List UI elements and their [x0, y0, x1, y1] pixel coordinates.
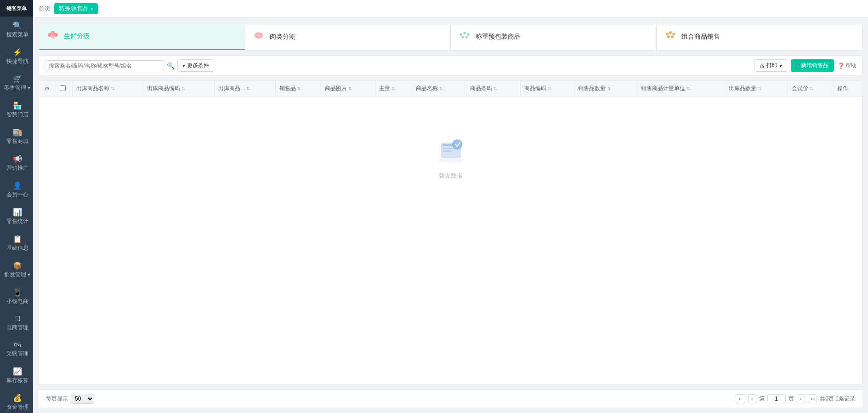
close-tab-icon[interactable]: ×: [91, 6, 93, 11]
empty-text: 暂无数据: [439, 172, 463, 180]
sidebar-icon-purchase-mgmt: 🛍: [3, 341, 31, 349]
tab-card-label-combo-sell: 组合商品销售: [681, 33, 720, 41]
weight-pack-icon: [458, 30, 471, 40]
combo-icon: [664, 30, 677, 40]
total-label: 共0页 0条记录: [820, 395, 855, 403]
svg-point-14: [671, 35, 674, 38]
col-goods-barcode[interactable]: 商品条码⇅: [466, 81, 521, 97]
topbar: 首页 特殊销售品 ×: [33, 0, 868, 17]
help-button[interactable]: ❓ 帮助: [838, 62, 857, 69]
sidebar-label-inventory: 库存核算: [6, 377, 28, 384]
col-out-qty[interactable]: 出库品数量⇅: [725, 81, 788, 97]
search-input[interactable]: [45, 60, 164, 71]
next-page-button[interactable]: ›: [797, 394, 805, 403]
sidebar-item-quick-nav[interactable]: ⚡快捷导航: [0, 43, 33, 70]
tab-card-fresh-grade[interactable]: 生鲜分级: [39, 23, 245, 50]
svg-point-11: [669, 31, 672, 34]
pagination-right: « ‹ 第 页 › » 共0页 0条记录: [736, 394, 855, 403]
col-member-price[interactable]: 会员价⇅: [788, 81, 833, 97]
sidebar-item-smart-store[interactable]: 🏪智慧门店: [0, 97, 33, 123]
tab-card-combo-sell[interactable]: 组合商品销售: [657, 23, 862, 50]
sidebar-label-purchase-mgmt: 采购管理: [6, 350, 28, 357]
select-all-checkbox[interactable]: [60, 85, 66, 91]
sidebar-item-basic-info[interactable]: 📋基础信息: [0, 230, 33, 257]
sidebar-label-search-menu: 搜索菜单: [6, 31, 28, 38]
sidebar-item-batch-mgmt[interactable]: 📦批发管理 ▾: [0, 257, 33, 283]
sidebar-item-ecom-mgmt[interactable]: 🖥电商管理: [0, 310, 33, 336]
pagination-left: 每页显示 10 20 50 100: [46, 394, 94, 404]
svg-point-6: [464, 32, 466, 34]
add-product-button[interactable]: + 新增销售品: [791, 59, 834, 72]
col-goods-code[interactable]: 商品编码⇅: [520, 81, 574, 97]
svg-point-13: [667, 35, 670, 38]
svg-point-8: [462, 36, 464, 39]
active-tab-label: 特殊销售品: [59, 5, 89, 13]
col-weight[interactable]: 主量⇅: [375, 81, 412, 97]
filter-icon: ▾: [182, 63, 185, 69]
page-size-select[interactable]: 10 20 50 100: [71, 394, 94, 404]
sidebar-icon-retail-stats: 📊: [3, 208, 31, 217]
col-out-name[interactable]: 出库商品名称⇅: [72, 81, 143, 97]
tab-card-group: 生鲜分级 肉类分割 称重预包装商品: [39, 23, 862, 51]
table-header-row: ⚙ 出库商品名称⇅ 出库商品编码⇅ 出库商品...⇅: [39, 81, 862, 97]
sidebar-item-search-menu[interactable]: 🔍搜索菜单: [0, 17, 33, 43]
tab-card-icon-weight-pack: [458, 30, 471, 43]
active-tab-tag[interactable]: 特殊销售品 ×: [54, 3, 98, 14]
sidebar-item-retail-mgmt[interactable]: 🛒零售管理 ▾: [0, 70, 33, 97]
empty-illustration: [432, 133, 469, 172]
col-sale-goods[interactable]: 销售品⇅: [276, 81, 321, 97]
page-input[interactable]: [767, 394, 786, 403]
search-icon[interactable]: 🔍: [167, 62, 175, 69]
svg-point-10: [666, 33, 669, 35]
sidebar-icon-batch-mgmt: 📦: [3, 261, 31, 270]
sidebar-item-retail-stats[interactable]: 📊零售统计: [0, 203, 33, 230]
search-area: 🔍 ▾ 更多条件: [45, 59, 750, 72]
tab-card-weight-pack[interactable]: 称重预包装商品: [451, 23, 657, 50]
tab-card-label-meat-cut: 肉类分割: [270, 33, 295, 41]
sidebar-icon-retail-mgmt: 🛒: [3, 75, 31, 83]
col-out-detail[interactable]: 出库商品...⇅: [215, 81, 276, 97]
filter-label: 更多条件: [187, 62, 209, 69]
sidebar-item-mini-ecom[interactable]: 📱小畅电商: [0, 283, 33, 310]
svg-point-12: [672, 33, 675, 35]
first-page-button[interactable]: «: [736, 394, 745, 403]
app-logo: 销客菜单: [0, 0, 33, 17]
sidebar-label-quick-nav: 快捷导航: [6, 58, 28, 64]
col-goods-img[interactable]: 商品图片⇅: [321, 81, 375, 97]
sidebar-item-promo[interactable]: 📢营销推广: [0, 150, 33, 177]
svg-point-2: [54, 33, 58, 37]
sidebar-item-inventory[interactable]: 📈库存核算: [0, 362, 33, 389]
last-page-button[interactable]: »: [808, 394, 817, 403]
content-area: 生鲜分级 肉类分割 称重预包装商品: [33, 17, 868, 413]
sidebar-label-promo: 营销推广: [6, 165, 28, 171]
print-icon: 🖨: [759, 63, 765, 69]
tab-card-label-weight-pack: 称重预包装商品: [476, 33, 521, 41]
sidebar-label-mini-ecom: 小畅电商: [6, 298, 28, 304]
sidebar-item-retail-mall[interactable]: 🏬零售商城: [0, 123, 33, 150]
sidebar-label-retail-mall: 零售商城: [6, 138, 28, 144]
svg-rect-19: [443, 150, 452, 152]
col-out-code[interactable]: 出库商品编码⇅: [143, 81, 215, 97]
prev-page-button[interactable]: ‹: [748, 394, 756, 403]
tab-card-meat-cut[interactable]: 肉类分割: [245, 23, 451, 50]
sidebar-item-finance[interactable]: 💰资金管理: [0, 389, 33, 413]
sidebar-label-retail-mgmt: 零售管理 ▾: [4, 85, 30, 91]
col-goods-name[interactable]: 商品名称⇅: [412, 81, 466, 97]
col-checkbox[interactable]: [56, 81, 72, 97]
sidebar-icon-finance: 💰: [3, 394, 31, 402]
sidebar-label-retail-stats: 零售统计: [6, 218, 28, 224]
help-icon: ❓: [838, 63, 845, 69]
sidebar-icon-member: 👤: [3, 181, 31, 190]
sidebar-item-purchase-mgmt[interactable]: 🛍采购管理: [0, 336, 33, 362]
svg-point-3: [51, 35, 55, 39]
sidebar-label-member: 会员中心: [6, 191, 28, 198]
filter-button[interactable]: ▾ 更多条件: [177, 59, 214, 72]
sidebar-item-member[interactable]: 👤会员中心: [0, 177, 33, 203]
col-sale-unit[interactable]: 销售商品计量单位⇅: [637, 81, 725, 97]
sidebar-label-batch-mgmt: 批发管理 ▾: [4, 271, 30, 278]
fresh-grade-icon: [46, 30, 59, 40]
col-sale-qty[interactable]: 销售品数量⇅: [574, 81, 637, 97]
print-button[interactable]: 🖨 打印 ▾: [754, 59, 787, 72]
home-link[interactable]: 首页: [39, 5, 51, 13]
tab-card-icon-fresh-grade: [46, 30, 59, 43]
